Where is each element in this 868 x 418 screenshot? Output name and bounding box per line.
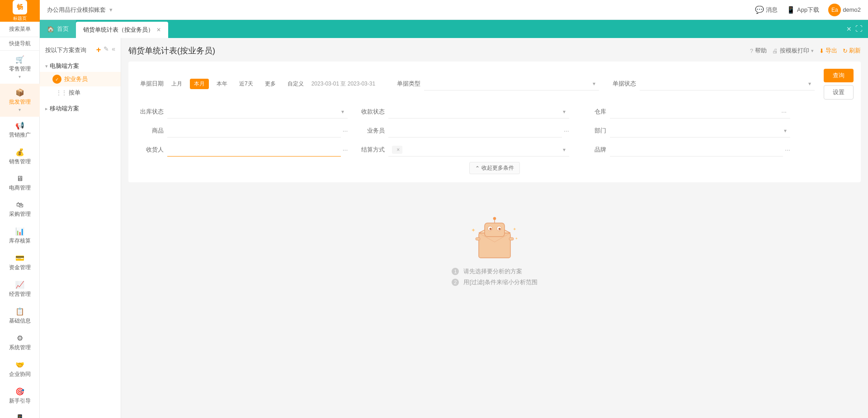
sidebar-item-wholesale[interactable]: 📦 批发管理 ▾ [0, 84, 40, 117]
scheme-collapse-btn[interactable]: « [112, 45, 115, 55]
mobile-group-label: 移动端方案 [50, 104, 79, 113]
tab-bar-actions: ✕ ⛶ [846, 25, 868, 33]
sidebar-item-ecommerce[interactable]: 🖥 电商管理 [0, 170, 40, 196]
refresh-icon: ↻ [843, 48, 848, 54]
staff-label: 业务员 [357, 127, 388, 135]
message-btn[interactable]: 💬 消息 [755, 5, 778, 14]
enterprise-icon: 🤝 [15, 361, 24, 369]
svg-rect-11 [476, 238, 480, 240]
appcenter-icon: 📱 [15, 414, 24, 418]
warehouse-select[interactable]: ··· [610, 105, 790, 119]
retail-arrow: ▾ [19, 74, 21, 79]
sidebar-item-operations[interactable]: 📈 经营管理 [0, 276, 40, 303]
setting-button[interactable]: 设置 [824, 85, 854, 100]
goods-input[interactable] [167, 124, 341, 138]
download-icon: 📱 [787, 6, 795, 14]
tab-expand-btn[interactable]: ⛶ [855, 25, 863, 33]
settlement-tag: × [392, 146, 402, 154]
scheme-active-dot: ✓ [52, 75, 61, 84]
empty-hint-2: 用[过滤]条件来缩小分析范围 [463, 278, 537, 286]
logo-subtitle: 标题页 [13, 15, 27, 22]
scheme-panel-action-buttons: + ✎ « [96, 45, 115, 55]
filter-row-4: 收货人 ··· 结算方式 × ▾ [136, 143, 854, 157]
ecommerce-icon: 🖥 [16, 175, 24, 183]
scheme-add-btn[interactable]: + [96, 45, 101, 55]
basic-icon: 📋 [15, 307, 24, 316]
empty-hint-1: 请先选择要分析的方案 [463, 267, 522, 276]
pc-group-arrow: ▾ [45, 63, 48, 69]
payment-status-select[interactable]: ▾ [388, 105, 569, 119]
sidebar-item-appcenter[interactable]: 📱 应用中心 [0, 409, 40, 418]
sidebar-item-retail[interactable]: 🛒 零售管理 ▾ [0, 51, 40, 84]
query-button[interactable]: 查询 [824, 69, 854, 82]
help-btn[interactable]: ? 帮助 [750, 47, 767, 55]
brand-input[interactable] [610, 143, 783, 157]
sidebar-item-finance[interactable]: 💳 资金管理 [0, 249, 40, 276]
tab-home[interactable]: 🏠 首页 [40, 20, 76, 38]
scheme-group-mobile-header[interactable]: ▸ 移动端方案 [40, 103, 121, 114]
goods-dots[interactable]: ··· [343, 127, 348, 134]
date-btn-this-year[interactable]: 本年 [212, 79, 231, 89]
date-btn-more[interactable]: 更多 [261, 79, 280, 89]
message-icon: 💬 [755, 5, 764, 14]
header-breadcrumb: 办公用品行业模拟账套 ▾ [47, 6, 113, 14]
dept-select[interactable]: ▾ [610, 124, 790, 138]
consignee-dots[interactable]: ··· [343, 146, 348, 153]
sidebar-item-purchase[interactable]: 🛍 采购管理 [0, 196, 40, 223]
scheme-item-by-staff[interactable]: ✓ 按业务员 [40, 72, 121, 86]
breadcrumb-arrow[interactable]: ▾ [109, 6, 113, 13]
sidebar-item-sales[interactable]: 💰 销售管理 [0, 143, 40, 170]
print-btn[interactable]: 🖨 按模板打印 ▾ [772, 47, 814, 55]
doc-status-select[interactable]: ▾ [640, 77, 815, 90]
out-status-select[interactable]: ▾ [167, 105, 348, 119]
export-btn[interactable]: ⬇ 导出 [819, 47, 837, 55]
inventory-icon: 📊 [15, 227, 24, 236]
sidebar-item-marketing[interactable]: 📢 营销推广 [0, 117, 40, 143]
scheme-item-by-order[interactable]: ⋮⋮ 按单 [40, 86, 121, 99]
tab-bar: 🏠 首页 销货单统计表（按业务员） ✕ ✕ ⛶ [40, 20, 868, 38]
collapse-row: ⌃ 收起更多条件 [136, 162, 854, 174]
scheme-panel-title: 按以下方案查询 [45, 46, 86, 54]
date-selector: 上月 本月 本年 近7天 更多 自定义 2023-03-01 至 2023-03… [167, 79, 375, 89]
tab-close-all-btn[interactable]: ✕ [846, 25, 852, 33]
settlement-clear-btn[interactable]: × [396, 147, 400, 153]
date-btn-7days[interactable]: 近7天 [235, 79, 257, 89]
filter-card: 单据日期 上月 本月 本年 近7天 更多 自定义 2023-03-01 至 20… [128, 62, 861, 182]
collapse-btn[interactable]: ⌃ 收起更多条件 [469, 162, 520, 174]
doc-type-select[interactable]: ▾ [424, 77, 599, 90]
sidebar-item-system[interactable]: ⚙ 系统管理 [0, 329, 40, 356]
app-download-btn[interactable]: 📱 App下载 [787, 6, 819, 14]
user-profile[interactable]: Ea demo2 [828, 4, 861, 16]
staff-dots[interactable]: ··· [564, 127, 569, 134]
svg-point-10 [493, 217, 496, 220]
right-content: 销货单统计表(按业务员) ? 帮助 🖨 按模板打印 ▾ ⬇ [121, 38, 868, 418]
date-btn-custom[interactable]: 自定义 [283, 79, 308, 89]
consignee-input[interactable] [167, 143, 341, 157]
sidebar-item-inventory[interactable]: 📊 库存核算 [0, 223, 40, 249]
svg-text:✦: ✦ [513, 227, 516, 232]
sidebar-item-newuser[interactable]: 🎯 新手引导 [0, 383, 40, 409]
sidebar-item-basic[interactable]: 📋 基础信息 [0, 303, 40, 329]
date-btn-prev-month[interactable]: 上月 [167, 79, 186, 89]
empty-illustration: ✦ ✦ ✦ [467, 215, 522, 260]
warehouse-dots[interactable]: ··· [781, 108, 787, 115]
sidebar-item-enterprise[interactable]: 🤝 企业协同 [0, 356, 40, 383]
date-btn-this-month[interactable]: 本月 [190, 79, 209, 89]
pc-group-label: 电脑端方案 [50, 62, 79, 70]
scheme-edit-btn[interactable]: ✎ [104, 45, 109, 55]
export-icon: ⬇ [819, 48, 824, 54]
payment-status-arrow: ▾ [563, 109, 566, 115]
tab-sales-stat[interactable]: 销货单统计表（按业务员） ✕ [76, 22, 168, 38]
scheme-group-pc-header[interactable]: ▾ 电脑端方案 [40, 60, 121, 72]
search-menu[interactable]: 搜索菜单 [0, 22, 40, 37]
brand-dots[interactable]: ··· [785, 146, 790, 153]
refresh-btn[interactable]: ↻ 刷新 [843, 47, 861, 55]
tab-close-btn[interactable]: ✕ [156, 27, 161, 33]
staff-input[interactable] [388, 124, 562, 138]
quick-nav[interactable]: 快捷导航 [0, 37, 40, 51]
mobile-group-arrow: ▸ [45, 106, 48, 112]
print-icon: 🖨 [772, 48, 778, 54]
filter-row-2: 出库状态 ▾ 收款状态 ▾ [136, 105, 854, 119]
app-logo: 畅 标题页 [0, 0, 40, 22]
settlement-select[interactable]: × ▾ [388, 143, 569, 157]
